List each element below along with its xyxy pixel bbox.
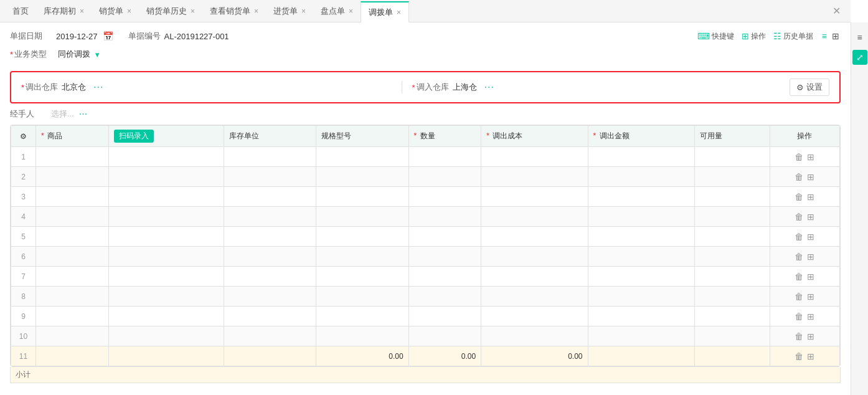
cell-qty-9[interactable] [316,307,409,326]
cell-product-4[interactable] [36,207,109,227]
copy-icon-3[interactable]: ⊞ [807,192,814,202]
tab-transfer[interactable]: 调拨单 × [361,1,409,22]
layout-grid-icon[interactable]: ⊞ [831,30,841,42]
copy-icon-8[interactable]: ⊞ [807,292,814,302]
cell-qty-3[interactable] [316,187,409,207]
close-tab-transfer[interactable]: × [397,8,401,17]
col-settings-header[interactable]: ⚙ [11,126,36,147]
settings-button[interactable]: ⚙ 设置 [790,79,829,96]
cell-product-8[interactable] [36,287,109,307]
shortcut-key-btn[interactable]: ⌨ 快捷键 [697,31,734,42]
cell-qty-7[interactable] [316,267,409,287]
cell-qty-6[interactable] [316,247,409,267]
tab-purchase[interactable]: 进货单 × [266,0,313,22]
tab-stocktake[interactable]: 盘点单 × [313,0,361,22]
copy-icon-7[interactable]: ⊞ [807,272,814,282]
copy-icon-1[interactable]: ⊞ [807,152,814,162]
delete-icon-4[interactable]: 🗑 [795,212,803,222]
copy-icon-5[interactable]: ⊞ [807,232,814,242]
cell-product-10[interactable] [36,326,109,346]
sidebar-expand-btn[interactable]: ⤢ [852,50,867,65]
warehouse-in-value[interactable]: 上海仓 [453,82,477,93]
close-tab-inventory-init[interactable]: × [80,7,84,16]
copy-icon-4[interactable]: ⊞ [807,212,814,222]
delete-icon-10[interactable]: 🗑 [795,331,803,341]
cell-product-1[interactable] [36,147,109,167]
delete-icon-3[interactable]: 🗑 [795,192,803,202]
sidebar-list-btn[interactable]: ≡ [852,30,867,45]
table-scroll-area[interactable]: ⚙ * 商品 扫码录入 库存单位 规格型号 * 数量 [11,125,840,366]
cell-product-6[interactable] [36,247,109,267]
cell-cost-6[interactable] [408,247,481,267]
date-value[interactable]: 2019-12-27 [56,32,98,41]
handler-select[interactable]: 选择... [51,108,74,120]
copy-icon-10[interactable]: ⊞ [807,331,814,341]
cell-qty-2[interactable] [316,167,409,187]
cell-cost-3[interactable] [408,187,481,207]
close-tab-stocktake[interactable]: × [349,7,353,16]
close-tab-purchase[interactable]: × [301,7,306,16]
cell-cost-5[interactable] [408,227,481,247]
cell-product-3[interactable] [36,187,109,207]
cell-qty-8[interactable] [316,287,409,307]
tab-sales-history[interactable]: 销货单历史 × [139,0,202,22]
delete-icon-9[interactable]: 🗑 [795,312,803,321]
cell-subtotal-action: 🗑 ⊞ [770,346,839,366]
cell-empty-3 [694,187,770,207]
cell-product-7[interactable] [36,267,109,287]
cell-cost-7[interactable] [408,267,481,287]
cell-cost-9[interactable] [408,307,481,326]
cell-cost-8[interactable] [408,287,481,307]
close-tab-sales-order[interactable]: × [127,7,131,16]
cell-subtotal-available [588,346,694,366]
tab-view-sales[interactable]: 查看销货单 × [202,0,266,22]
business-type-row: * 业务类型 同价调拨 ▾ [10,49,841,60]
copy-icon-9[interactable]: ⊞ [807,312,814,321]
cell-empty-7 [694,267,770,287]
handler-more[interactable]: ··· [79,108,87,120]
cell-product-9[interactable] [36,307,109,326]
copy-icon-6[interactable]: ⊞ [807,252,814,262]
warehouse-out-value[interactable]: 北京仓 [62,82,86,93]
close-tab-sales-history[interactable]: × [191,7,195,16]
cell-qty-10[interactable] [316,326,409,346]
warehouse-in-more[interactable]: ··· [484,82,494,93]
history-btn[interactable]: ☷ 历史单据 [773,31,813,42]
close-tab-view-sales[interactable]: × [254,7,258,16]
copy-icon-2[interactable]: ⊞ [807,172,814,182]
transfer-table: ⚙ * 商品 扫码录入 库存单位 规格型号 * 数量 [11,125,840,366]
copy-icon-11[interactable]: ⊞ [807,351,814,361]
close-all-tabs[interactable]: ✕ [828,5,846,17]
delete-icon-8[interactable]: 🗑 [795,292,803,302]
delete-icon-7[interactable]: 🗑 [795,272,803,282]
calendar-icon[interactable]: 📅 [103,31,113,41]
warehouse-out-more[interactable]: ··· [93,82,103,93]
delete-icon-5[interactable]: 🗑 [795,232,803,242]
table-row: 7 🗑 ⊞ [11,267,840,287]
delete-icon-1[interactable]: 🗑 [795,152,803,162]
cell-cost-4[interactable] [408,207,481,227]
operation-btn[interactable]: ⊞ 操作 [742,31,766,42]
scan-btn[interactable]: 扫码录入 [114,130,154,143]
tab-home[interactable]: 首页 [5,0,36,22]
cell-empty-5 [694,227,770,247]
cell-product-2[interactable] [36,167,109,187]
business-type-dropdown-icon[interactable]: ▾ [95,50,100,59]
delete-icon-6[interactable]: 🗑 [795,252,803,262]
col-scan-header[interactable]: 扫码录入 [108,126,224,147]
tab-sales-order[interactable]: 销货单 × [92,0,139,22]
cell-cost-1[interactable] [408,147,481,167]
cell-cost-2[interactable] [408,167,481,187]
cell-available-7 [588,267,694,287]
cell-cost-10[interactable] [408,326,481,346]
cell-product-5[interactable] [36,227,109,247]
tab-inventory-init[interactable]: 库存期初 × [36,0,92,22]
cell-available-3 [588,187,694,207]
delete-icon-2[interactable]: 🗑 [795,172,803,182]
cell-qty-4[interactable] [316,207,409,227]
layout-list-icon[interactable]: ≡ [821,30,828,42]
cell-qty-5[interactable] [316,227,409,247]
delete-icon-11[interactable]: 🗑 [795,351,803,361]
cell-qty-1[interactable] [316,147,409,167]
business-type-value[interactable]: 同价调拨 [58,49,90,60]
